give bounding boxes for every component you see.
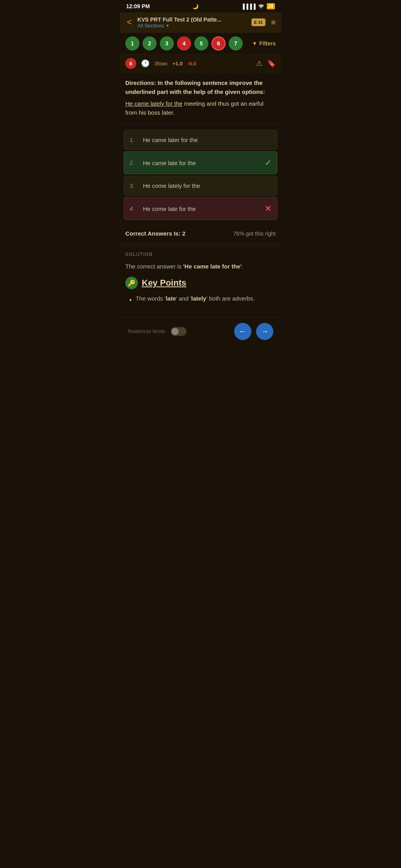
option-row-3[interactable]: 3. He come lately for the: [124, 176, 277, 196]
key-points-header: 🔑 Key Points: [125, 277, 276, 289]
hamburger-menu-icon[interactable]: ≡: [271, 18, 276, 27]
filters-button[interactable]: ▼ Filters: [252, 40, 276, 47]
bullet-item-1: • The words 'late' and 'lately' both are…: [129, 294, 276, 306]
cross-icon: ✕: [265, 204, 271, 213]
solution-label: SOLUTION: [125, 252, 276, 257]
next-question-button[interactable]: →: [256, 323, 273, 340]
question-pill-2[interactable]: 2: [143, 36, 157, 50]
option-num-3: 3.: [130, 183, 137, 189]
solution-text-1: The correct answer is: [125, 263, 183, 270]
option-text-2: He came late for the: [143, 160, 259, 166]
question-pill-1[interactable]: 1: [125, 36, 139, 50]
bullet-dot-icon: •: [129, 295, 132, 306]
question-block: Directions: In the following sentence im…: [120, 72, 281, 122]
answer-info: Correct Answers Is: 2 76% got this right: [120, 225, 281, 242]
filters-label: Filters: [259, 40, 276, 47]
option-text-1: He came later for the: [143, 137, 271, 143]
key-points-title: Key Points: [142, 278, 186, 288]
question-pill-7[interactable]: 7: [229, 36, 243, 50]
question-directions: Directions: In the following sentence im…: [125, 79, 276, 96]
nav-actions: E 31 ≡: [251, 18, 276, 27]
question-pill-5[interactable]: 5: [194, 36, 208, 50]
option-row-2[interactable]: 2. He came late for the ✓: [124, 151, 277, 174]
option-num-4: 4.: [130, 205, 137, 212]
alert-icon[interactable]: ⚠: [256, 59, 262, 68]
question-pill-3[interactable]: 3: [160, 36, 174, 50]
reattempt-toggle[interactable]: [171, 327, 186, 336]
top-nav: < KVS PRT Full Test 2 (Old Patte... All …: [120, 13, 281, 32]
option-text-4: He come late for the: [143, 205, 259, 212]
checkmark-icon: ✓: [265, 158, 271, 167]
question-pill-6[interactable]: 6: [211, 36, 226, 50]
reattempt-label: Reattempt Mode: [128, 328, 165, 334]
filter-icon: ▼: [252, 40, 257, 47]
option-num-1: 1.: [130, 137, 137, 143]
question-meta: 6 🕐 35sec +1.0 -0.0 ⚠ 🔖: [120, 54, 281, 72]
time-text: 35sec: [154, 61, 168, 67]
status-time: 12:09 PM: [126, 3, 150, 9]
option-row-4[interactable]: 4. He come late for the ✕: [124, 197, 277, 220]
option-text-3: He come lately for the: [143, 182, 271, 189]
toggle-thumb: [172, 328, 179, 335]
solution-bold-answer: 'He came late for the': [183, 263, 242, 270]
bullet-text-1: The words 'late' and 'lately' both are a…: [135, 294, 255, 303]
divider-1: [120, 123, 281, 124]
bold-late: late: [166, 295, 176, 302]
e31-badge[interactable]: E 31: [251, 18, 266, 26]
question-number-badge: 6: [125, 58, 136, 69]
moon-icon: 🌙: [192, 4, 199, 9]
question-pill-4[interactable]: 4: [177, 36, 191, 50]
underlined-text: He came lately for the: [125, 100, 182, 107]
bullet-list: • The words 'late' and 'lately' both are…: [125, 294, 276, 317]
wifi-icon: [258, 4, 264, 9]
nav-arrows: ← →: [234, 323, 273, 340]
battery-badge: 29: [267, 3, 275, 9]
score-negative: -0.0: [187, 61, 196, 67]
bold-lately: lately: [191, 295, 206, 302]
option-row-1[interactable]: 1. He came later for the: [124, 130, 277, 150]
nav-title: KVS PRT Full Test 2 (Old Patte...: [137, 16, 247, 23]
percentage-text: 76% got this right: [233, 231, 276, 237]
key-icon: 🔑: [125, 277, 138, 289]
bookmark-icon[interactable]: 🔖: [267, 59, 276, 68]
solution-section: SOLUTION The correct answer is 'He came …: [120, 246, 281, 317]
timer-icon: 🕐: [141, 59, 150, 68]
nav-title-block: KVS PRT Full Test 2 (Old Patte... All Se…: [137, 16, 247, 29]
correct-answer-label: Correct Answers Is: 2: [125, 230, 186, 237]
section-label: All Sections: [137, 23, 164, 29]
solution-text: The correct answer is 'He came late for …: [125, 262, 276, 271]
score-positive: +1.0: [173, 61, 183, 67]
status-bar: 12:09 PM 🌙 ▐▐▐▐ 29: [120, 0, 281, 13]
solution-text-2: .: [242, 263, 243, 270]
back-button[interactable]: <: [125, 16, 134, 29]
option-num-2: 2.: [130, 160, 137, 166]
divider-2: [120, 244, 281, 244]
prev-question-button[interactable]: ←: [234, 323, 251, 340]
question-pills: 1 2 3 4 5 6 7 ▼ Filters: [120, 32, 281, 54]
question-sentence: He came lately for the meeting and thus …: [125, 99, 276, 117]
chevron-down-icon: ▼: [166, 23, 170, 28]
options-container: 1. He came later for the 2. He came late…: [120, 125, 281, 225]
signal-icon: ▐▐▐▐: [241, 4, 256, 9]
nav-subtitle[interactable]: All Sections ▼: [137, 23, 247, 29]
bottom-bar: Reattempt Mode ← →: [120, 317, 281, 346]
status-icons: ▐▐▐▐ 29: [241, 3, 275, 9]
